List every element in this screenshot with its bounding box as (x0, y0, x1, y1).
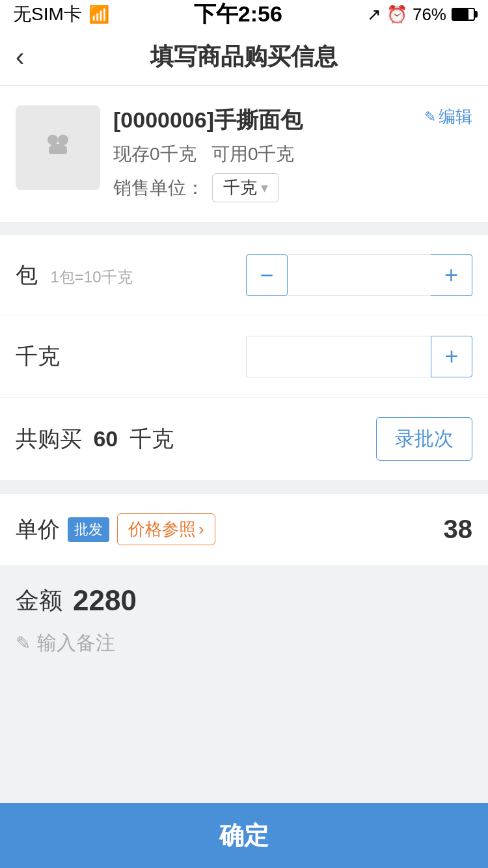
alarm-icon: ⏰ (386, 5, 407, 25)
amount-section: 金额 2280 ✎ 输入备注 (0, 565, 488, 670)
bao-hint: 1包=10千克 (50, 268, 132, 286)
status-bar-right: ↗ ⏰ 76% (367, 5, 475, 25)
price-label-row: 单价 批发 价格参照 › (16, 513, 215, 545)
battery-label: 76% (413, 5, 446, 25)
price-section: 单价 批发 价格参照 › 38 (0, 494, 488, 565)
amount-value: 2280 (73, 584, 137, 617)
bao-decrement-button[interactable]: − (246, 254, 288, 296)
battery-icon (452, 8, 475, 21)
svg-rect-3 (49, 148, 67, 154)
amount-label: 金额 (16, 585, 62, 617)
amount-row: 金额 2280 (16, 584, 472, 617)
product-stock: 现存0千克 可用0千克 (113, 142, 472, 167)
kg-input[interactable]: 0 (246, 336, 431, 377)
edit-button[interactable]: ✎ 编辑 (424, 105, 472, 128)
remark-row[interactable]: ✎ 输入备注 (16, 630, 472, 657)
bao-increment-button[interactable]: + (431, 254, 472, 296)
status-bar-left: 无SIM卡 📶 (13, 2, 109, 27)
pencil-icon: ✎ (16, 632, 31, 654)
product-card: [0000006]手撕面包 ✎ 编辑 现存0千克 可用0千克 销售单位： 千克 … (0, 86, 488, 222)
total-amount: 60 (93, 426, 118, 451)
kg-qty-control: 0 + (246, 336, 472, 377)
product-image (16, 105, 100, 190)
bao-input[interactable]: 6 (288, 254, 431, 296)
price-badge: 批发 (68, 517, 109, 542)
price-label: 单价 (16, 515, 60, 545)
section-divider-1 (0, 222, 488, 235)
unit-select[interactable]: 千克 ▾ (212, 173, 279, 202)
location-icon: ↗ (367, 5, 381, 25)
product-name: [0000006]手撕面包 (113, 105, 303, 135)
kg-row: 千克 0 + (0, 316, 488, 397)
status-bar-time: 下午2:56 (194, 0, 282, 29)
product-name-row: [0000006]手撕面包 ✎ 编辑 (113, 105, 472, 135)
page-title: 填写商品购买信息 (150, 41, 338, 73)
kg-label: 千克 (16, 342, 246, 372)
remark-placeholder: 输入备注 (37, 630, 115, 657)
svg-point-0 (47, 135, 58, 145)
bao-qty-control: − 6 + (246, 254, 472, 296)
bao-label: 包 1包=10千克 (16, 260, 246, 290)
price-ref-button[interactable]: 价格参照 › (117, 513, 215, 545)
kg-increment-button[interactable]: + (431, 336, 472, 377)
confirm-bar[interactable]: 确定 (0, 803, 488, 868)
nav-bar: ‹ 填写商品购买信息 (0, 29, 488, 86)
back-button[interactable]: ‹ (16, 42, 24, 72)
product-unit-row: 销售单位： 千克 ▾ (113, 173, 472, 202)
carrier-label: 无SIM卡 (13, 2, 82, 27)
total-row: 共购买 60 千克 录批次 (0, 397, 488, 481)
product-info: [0000006]手撕面包 ✎ 编辑 现存0千克 可用0千克 销售单位： 千克 … (113, 105, 472, 202)
status-bar: 无SIM卡 📶 下午2:56 ↗ ⏰ 76% (0, 0, 488, 29)
batch-button[interactable]: 录批次 (376, 417, 472, 461)
total-text: 共购买 60 千克 (16, 424, 174, 454)
confirm-button[interactable]: 确定 (219, 819, 269, 852)
bao-section: 包 1包=10千克 − 6 + 千克 0 + (0, 235, 488, 397)
svg-point-1 (58, 135, 68, 145)
price-value: 38 (444, 515, 473, 544)
wifi-icon: 📶 (88, 5, 109, 25)
bao-row: 包 1包=10千克 − 6 + (0, 235, 488, 316)
section-divider-2 (0, 481, 488, 494)
